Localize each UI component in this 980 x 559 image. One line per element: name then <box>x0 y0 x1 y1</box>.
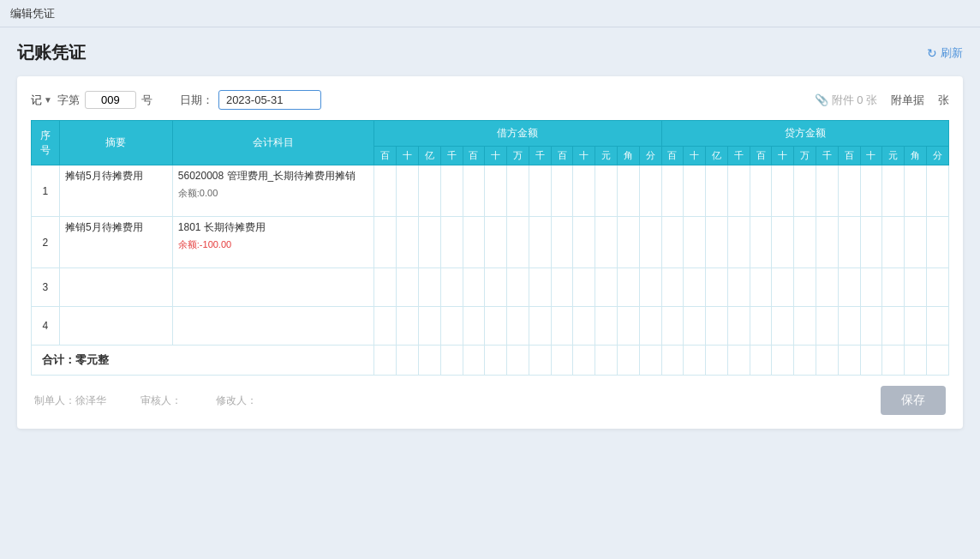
debit-amount-cell[interactable] <box>551 307 573 346</box>
credit-amount-cell[interactable] <box>750 165 772 217</box>
credit-amount-cell[interactable] <box>926 307 948 346</box>
debit-amount-cell[interactable] <box>529 165 551 217</box>
credit-amount-cell[interactable] <box>727 165 750 217</box>
credit-amount-cell[interactable] <box>661 217 684 268</box>
debit-amount-cell[interactable] <box>463 268 485 307</box>
credit-amount-cell[interactable] <box>882 307 905 346</box>
debit-amount-cell[interactable] <box>507 165 529 217</box>
credit-amount-cell[interactable] <box>882 217 905 268</box>
debit-amount-cell[interactable] <box>551 217 573 268</box>
credit-amount-cell[interactable] <box>661 268 684 307</box>
debit-amount-cell[interactable] <box>418 217 440 268</box>
debit-amount-cell[interactable] <box>507 217 529 268</box>
summary-cell[interactable] <box>59 307 172 346</box>
debit-amount-cell[interactable] <box>529 268 551 307</box>
credit-amount-cell[interactable] <box>727 268 750 307</box>
credit-amount-cell[interactable] <box>860 268 882 307</box>
debit-amount-cell[interactable] <box>440 217 463 268</box>
fudanju-button[interactable]: 附单据 <box>891 93 924 108</box>
credit-amount-cell[interactable] <box>926 217 948 268</box>
credit-amount-cell[interactable] <box>816 165 839 217</box>
credit-amount-cell[interactable] <box>684 268 706 307</box>
debit-amount-cell[interactable] <box>573 217 595 268</box>
debit-amount-cell[interactable] <box>573 307 595 346</box>
credit-amount-cell[interactable] <box>772 217 794 268</box>
debit-amount-cell[interactable] <box>485 217 507 268</box>
debit-amount-cell[interactable] <box>397 165 419 217</box>
summary-cell[interactable]: 摊销5月待摊费用 <box>59 165 172 217</box>
debit-amount-cell[interactable] <box>617 307 639 346</box>
debit-amount-cell[interactable] <box>639 307 661 346</box>
debit-amount-cell[interactable] <box>485 268 507 307</box>
debit-amount-cell[interactable] <box>573 165 595 217</box>
debit-amount-cell[interactable] <box>418 268 440 307</box>
credit-amount-cell[interactable] <box>860 307 882 346</box>
credit-amount-cell[interactable] <box>816 307 839 346</box>
ji-selector[interactable]: 记 ▼ <box>31 93 52 108</box>
credit-amount-cell[interactable] <box>860 217 882 268</box>
debit-amount-cell[interactable] <box>463 217 485 268</box>
credit-amount-cell[interactable] <box>661 307 684 346</box>
debit-amount-cell[interactable] <box>397 307 419 346</box>
credit-amount-cell[interactable] <box>905 217 927 268</box>
credit-amount-cell[interactable] <box>661 165 684 217</box>
credit-amount-cell[interactable] <box>750 217 772 268</box>
credit-amount-cell[interactable] <box>772 268 794 307</box>
debit-amount-cell[interactable] <box>485 307 507 346</box>
debit-amount-cell[interactable] <box>463 307 485 346</box>
debit-amount-cell[interactable] <box>617 217 639 268</box>
credit-amount-cell[interactable] <box>838 165 860 217</box>
summary-cell[interactable]: 摊销5月待摊费用 <box>59 217 172 268</box>
debit-amount-cell[interactable] <box>440 307 463 346</box>
credit-amount-cell[interactable] <box>882 268 905 307</box>
zi-input[interactable] <box>85 91 136 109</box>
credit-amount-cell[interactable] <box>750 268 772 307</box>
account-cell[interactable]: 1801 长期待摊费用余额:-100.00 <box>172 217 374 268</box>
debit-amount-cell[interactable] <box>617 268 639 307</box>
credit-amount-cell[interactable] <box>905 165 927 217</box>
debit-amount-cell[interactable] <box>507 268 529 307</box>
credit-amount-cell[interactable] <box>727 217 750 268</box>
credit-amount-cell[interactable] <box>794 217 816 268</box>
debit-amount-cell[interactable] <box>639 268 661 307</box>
credit-amount-cell[interactable] <box>926 268 948 307</box>
debit-amount-cell[interactable] <box>595 268 618 307</box>
debit-amount-cell[interactable] <box>529 217 551 268</box>
credit-amount-cell[interactable] <box>882 165 905 217</box>
debit-amount-cell[interactable] <box>485 165 507 217</box>
debit-amount-cell[interactable] <box>374 217 397 268</box>
debit-amount-cell[interactable] <box>529 307 551 346</box>
credit-amount-cell[interactable] <box>794 307 816 346</box>
debit-amount-cell[interactable] <box>440 268 463 307</box>
debit-amount-cell[interactable] <box>639 165 661 217</box>
debit-amount-cell[interactable] <box>374 165 397 217</box>
credit-amount-cell[interactable] <box>750 307 772 346</box>
debit-amount-cell[interactable] <box>374 268 397 307</box>
credit-amount-cell[interactable] <box>926 165 948 217</box>
debit-amount-cell[interactable] <box>418 165 440 217</box>
debit-amount-cell[interactable] <box>397 268 419 307</box>
credit-amount-cell[interactable] <box>816 268 839 307</box>
account-cell[interactable]: 56020008 管理费用_长期待摊费用摊销余额:0.00 <box>172 165 374 217</box>
debit-amount-cell[interactable] <box>551 165 573 217</box>
summary-cell[interactable] <box>59 268 172 307</box>
credit-amount-cell[interactable] <box>772 165 794 217</box>
credit-amount-cell[interactable] <box>706 217 728 268</box>
debit-amount-cell[interactable] <box>463 165 485 217</box>
debit-amount-cell[interactable] <box>551 268 573 307</box>
account-cell[interactable] <box>172 268 374 307</box>
credit-amount-cell[interactable] <box>794 165 816 217</box>
refresh-button[interactable]: ↻ 刷新 <box>927 45 963 61</box>
date-input[interactable] <box>218 90 321 110</box>
debit-amount-cell[interactable] <box>595 307 618 346</box>
save-button[interactable]: 保存 <box>881 386 946 415</box>
credit-amount-cell[interactable] <box>816 217 839 268</box>
debit-amount-cell[interactable] <box>639 217 661 268</box>
credit-amount-cell[interactable] <box>706 165 728 217</box>
credit-amount-cell[interactable] <box>860 165 882 217</box>
debit-amount-cell[interactable] <box>374 307 397 346</box>
credit-amount-cell[interactable] <box>684 307 706 346</box>
credit-amount-cell[interactable] <box>706 307 728 346</box>
credit-amount-cell[interactable] <box>706 268 728 307</box>
debit-amount-cell[interactable] <box>573 268 595 307</box>
